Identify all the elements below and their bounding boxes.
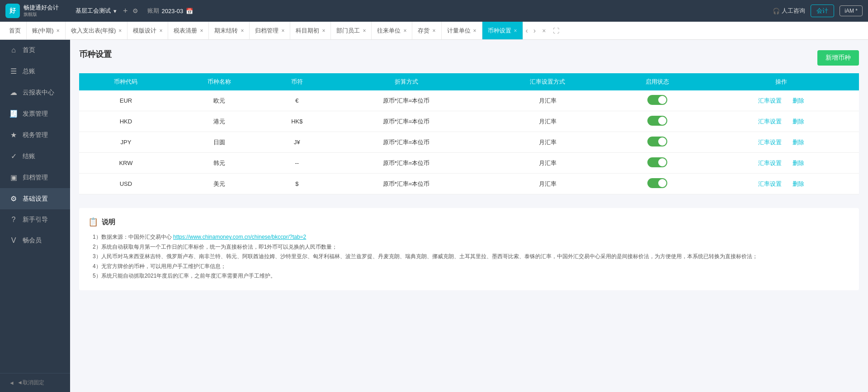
rate-setting-button[interactable]: 汇率设置 (758, 159, 782, 167)
toggle-thumb (658, 96, 666, 104)
cell-toggle[interactable] (610, 90, 704, 111)
tab-dept-employee[interactable]: 部门员工 × (331, 22, 372, 40)
toggle-track[interactable] (647, 137, 667, 146)
rate-setting-button[interactable]: 汇率设置 (758, 118, 782, 126)
sidebar-item-settle[interactable]: ✓ 结账 (0, 146, 70, 167)
tab-tax-list[interactable]: 税表清册 × (168, 22, 209, 40)
sidebar-label-tax: 税务管理 (23, 131, 48, 139)
sidebar-item-tax[interactable]: ★ 税务管理 (0, 124, 70, 146)
tab-contacts[interactable]: 往来单位 × (372, 22, 412, 40)
sidebar-item-reports[interactable]: ☁ 云报表中心 (0, 82, 70, 103)
tab-expand-button[interactable]: ⛶ (549, 22, 563, 40)
tab-mid-period[interactable]: 账(中期) × (27, 22, 66, 40)
support-button[interactable]: 🎧 人工咨询 (773, 7, 805, 15)
iam-button[interactable]: iAM * (840, 5, 863, 16)
enable-toggle[interactable] (647, 137, 667, 146)
note-item: 3）人民币对马来西亚林吉特、俄罗斯卢布、南非兰特、韩元、阿联酋迪拉姆、沙特里亚尔… (93, 252, 850, 262)
dropdown-icon: ▾ (113, 8, 117, 14)
sidebar-label-member: 畅会员 (23, 236, 42, 245)
delete-button[interactable]: 删除 (793, 97, 804, 105)
delete-button[interactable]: 删除 (793, 138, 804, 146)
cell-toggle[interactable] (610, 153, 704, 174)
note-link[interactable]: https://www.chinamoney.com.cn/chinese/bk… (173, 234, 306, 240)
col-symbol: 币符 (266, 73, 328, 90)
cell-rate-type: 月汇率 (485, 153, 610, 174)
enable-toggle[interactable] (647, 178, 667, 188)
close-icon[interactable]: × (241, 28, 244, 34)
sidebar-item-home[interactable]: ⌂ 首页 (0, 40, 70, 61)
tab-bar: 首页 账(中期) × 收入支出表(年报) × 模版设计 × 税表清册 × 期末结… (0, 22, 868, 40)
tab-home[interactable]: 首页 (4, 22, 27, 40)
cell-code: HKD (79, 111, 173, 132)
settle-icon: ✓ (9, 152, 18, 161)
tab-template-design[interactable]: 模版设计 × (127, 22, 168, 40)
cell-actions: 汇率设置 删除 (704, 174, 859, 194)
close-icon[interactable]: × (403, 28, 406, 34)
calendar-icon[interactable]: 📅 (186, 8, 193, 14)
delete-button[interactable]: 删除 (793, 180, 804, 188)
tab-measure-unit[interactable]: 计量单位 × (442, 22, 482, 40)
enable-toggle[interactable] (647, 95, 667, 105)
close-icon[interactable]: × (281, 28, 284, 34)
tab-currency-settings[interactable]: 币种设置 × (482, 22, 523, 40)
rate-setting-button[interactable]: 汇率设置 (758, 138, 782, 146)
sidebar-item-guide[interactable]: ? 新手引导 (0, 209, 70, 230)
toggle-track[interactable] (647, 157, 667, 167)
cell-toggle[interactable] (610, 111, 704, 132)
delete-button[interactable]: 删除 (793, 118, 804, 126)
toggle-track[interactable] (647, 178, 667, 188)
tab-close-all-button[interactable]: × (538, 22, 549, 40)
sidebar-pin-toggle[interactable]: ◄ ◄取消固定 (0, 373, 70, 392)
tab-period-end[interactable]: 期末结转 × (209, 22, 250, 40)
toggle-track[interactable] (647, 116, 667, 126)
tab-next-button[interactable]: › (531, 22, 538, 40)
content-area: 币种设置 新增币种 币种代码 币种名称 币符 折算方式 汇率设置方式 启用状态 … (79, 49, 859, 290)
sidebar-item-invoice[interactable]: 🧾 发票管理 (0, 103, 70, 124)
cell-toggle[interactable] (610, 132, 704, 153)
close-icon[interactable]: × (118, 28, 122, 34)
close-icon[interactable]: × (363, 28, 366, 34)
sidebar-item-member[interactable]: V 畅会员 (0, 230, 70, 251)
company-selector[interactable]: 基层工会测试 ▾ + ⚙ (75, 6, 138, 16)
enable-toggle[interactable] (647, 157, 667, 167)
sidebar-item-ledger[interactable]: ☰ 总账 (0, 61, 70, 82)
close-icon[interactable]: × (200, 28, 203, 34)
cell-rate-type: 月汇率 (485, 111, 610, 132)
tab-inventory[interactable]: 存货 × (412, 22, 441, 40)
close-icon[interactable]: × (159, 28, 162, 34)
account-button[interactable]: 会计 (811, 5, 834, 17)
delete-button[interactable]: 删除 (793, 159, 804, 167)
cell-symbol: -- (266, 153, 328, 174)
note-section: 📋 说明 1）数据来源：中国外汇交易中心 https://www.chinamo… (79, 208, 859, 290)
close-icon[interactable]: × (57, 28, 60, 34)
enable-toggle[interactable] (647, 116, 667, 126)
cell-name: 港元 (173, 111, 266, 132)
tab-income-report[interactable]: 收入支出表(年报) × (66, 22, 128, 40)
rate-setting-button[interactable]: 汇率设置 (758, 97, 782, 105)
toggle-thumb (658, 117, 666, 125)
settings-icon[interactable]: ⚙ (132, 7, 138, 14)
add-icon[interactable]: + (123, 6, 128, 16)
sidebar: ⌂ 首页 ☰ 总账 ☁ 云报表中心 🧾 发票管理 ★ 税务管理 ✓ 结账 ▣ 归… (0, 40, 70, 392)
tab-subject-init[interactable]: 科目期初 × (290, 22, 331, 40)
close-icon[interactable]: × (473, 28, 476, 34)
ledger-icon: ☰ (9, 67, 18, 76)
new-currency-button[interactable]: 新增币种 (817, 50, 859, 66)
close-icon[interactable]: × (514, 28, 517, 34)
gear-icon: ⚙ (9, 194, 18, 203)
sidebar-item-basic[interactable]: ⚙ 基础设置 (0, 188, 70, 209)
logo-icon: 好 (5, 4, 20, 18)
sidebar-label-ledger: 总账 (23, 67, 35, 76)
tab-archive[interactable]: 归档管理 × (250, 22, 290, 40)
close-icon[interactable]: × (432, 28, 435, 34)
sidebar-item-archive[interactable]: ▣ 归档管理 (0, 167, 70, 188)
tab-prev-button[interactable]: ‹ (523, 22, 531, 40)
close-icon[interactable]: × (322, 28, 325, 34)
headset-icon: 🎧 (773, 8, 780, 14)
rate-setting-button[interactable]: 汇率设置 (758, 180, 782, 188)
cell-toggle[interactable] (610, 174, 704, 194)
cell-code: EUR (79, 90, 173, 111)
period-label: 账期 (147, 7, 159, 15)
toggle-track[interactable] (647, 95, 667, 105)
table-row: HKD 港元 HK$ 原币*汇率=本位币 月汇率 汇率设置 删除 (79, 111, 859, 132)
